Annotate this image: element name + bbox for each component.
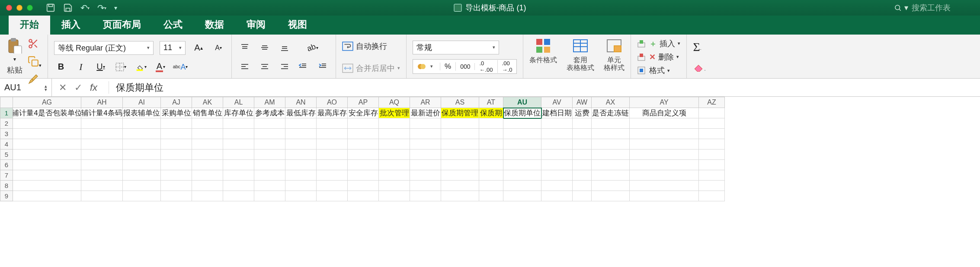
tab-6[interactable]: 视图: [277, 15, 318, 35]
cell-AV9[interactable]: [541, 191, 573, 201]
column-header-AK[interactable]: AK: [192, 97, 223, 108]
borders-button[interactable]: ▾: [114, 60, 128, 73]
cell-AO2[interactable]: [317, 118, 348, 129]
cell-AU3[interactable]: [503, 129, 541, 139]
cell-AS3[interactable]: [441, 129, 479, 139]
cell-AN8[interactable]: [285, 181, 317, 191]
cell-AU4[interactable]: [503, 139, 541, 149]
cell-AV8[interactable]: [541, 181, 573, 191]
cell-AT3[interactable]: [479, 129, 503, 139]
column-header-AU[interactable]: AU: [503, 97, 541, 108]
cell-AQ9[interactable]: [379, 191, 410, 201]
cell-AG5[interactable]: [13, 149, 81, 160]
paste-button[interactable]: ▾ 粘贴: [6, 37, 23, 77]
cell-AO6[interactable]: [317, 160, 348, 170]
row-header-8[interactable]: 8: [0, 181, 13, 191]
cell-AT8[interactable]: [479, 181, 503, 191]
cell-AV4[interactable]: [541, 139, 573, 149]
cell-AT9[interactable]: [479, 191, 503, 201]
cell-AH9[interactable]: [81, 191, 123, 201]
cell-AO8[interactable]: [317, 181, 348, 191]
accounting-format-button[interactable]: ▾: [413, 63, 440, 70]
align-left-button[interactable]: [238, 60, 252, 73]
row-header-2[interactable]: 2: [0, 118, 13, 129]
redo-button[interactable]: ↷▾: [97, 3, 106, 13]
cell-AP1[interactable]: 安全库存: [348, 108, 379, 118]
comma-format-button[interactable]: 000: [456, 63, 475, 70]
cell-AJ1[interactable]: 采购单位: [161, 108, 192, 118]
cell-AZ2[interactable]: [699, 118, 725, 129]
sheet-search-input[interactable]: [912, 3, 972, 13]
autosum-button[interactable]: Σ·: [693, 40, 705, 54]
delete-cells-button[interactable]: ✕ 删除▾: [637, 51, 680, 62]
cell-AO9[interactable]: [317, 191, 348, 201]
cell-AY4[interactable]: [630, 139, 699, 149]
sheet-search[interactable]: ▾: [894, 3, 980, 13]
increase-indent-button[interactable]: [316, 60, 330, 73]
column-header-AT[interactable]: AT: [479, 97, 503, 108]
cell-AY7[interactable]: [630, 170, 699, 181]
cell-AS2[interactable]: [441, 118, 479, 129]
underline-button[interactable]: U▾: [94, 60, 108, 73]
cell-AY5[interactable]: [630, 149, 699, 160]
autosave-icon[interactable]: [46, 3, 55, 13]
cell-AY3[interactable]: [630, 129, 699, 139]
cell-AI7[interactable]: [123, 170, 161, 181]
cell-AR2[interactable]: [410, 118, 441, 129]
cell-AL2[interactable]: [223, 118, 254, 129]
cell-AJ9[interactable]: [161, 191, 192, 201]
insert-cells-button[interactable]: ＋ 插入▾: [637, 38, 680, 49]
cell-AX2[interactable]: [592, 118, 630, 129]
cell-AM4[interactable]: [254, 139, 285, 149]
cell-AP9[interactable]: [348, 191, 379, 201]
save-icon[interactable]: [63, 3, 73, 13]
cell-AS1[interactable]: 保质期管理: [441, 108, 479, 118]
cell-AG9[interactable]: [13, 191, 81, 201]
cell-AG8[interactable]: [13, 181, 81, 191]
cell-AZ1[interactable]: [699, 108, 725, 118]
cell-AM8[interactable]: [254, 181, 285, 191]
cell-AV3[interactable]: [541, 129, 573, 139]
cell-AX5[interactable]: [592, 149, 630, 160]
align-center-button[interactable]: [258, 60, 272, 73]
cell-AP7[interactable]: [348, 170, 379, 181]
cell-AX1[interactable]: 是否走冻链: [592, 108, 630, 118]
cell-AV7[interactable]: [541, 170, 573, 181]
cell-AU8[interactable]: [503, 181, 541, 191]
cell-AS7[interactable]: [441, 170, 479, 181]
cell-AK3[interactable]: [192, 129, 223, 139]
cell-AR9[interactable]: [410, 191, 441, 201]
formula-input[interactable]: 保质期单位: [113, 81, 163, 94]
cell-AO7[interactable]: [317, 170, 348, 181]
column-header-AZ[interactable]: AZ: [699, 97, 725, 108]
column-header-AJ[interactable]: AJ: [161, 97, 192, 108]
cell-AS5[interactable]: [441, 149, 479, 160]
fx-button[interactable]: fx: [90, 82, 97, 93]
cell-AK7[interactable]: [192, 170, 223, 181]
cell-AI6[interactable]: [123, 160, 161, 170]
cell-AM5[interactable]: [254, 149, 285, 160]
cell-AX3[interactable]: [592, 129, 630, 139]
qat-customize-button[interactable]: ▾: [114, 3, 124, 13]
cell-AG2[interactable]: [13, 118, 81, 129]
cell-AL7[interactable]: [223, 170, 254, 181]
minimize-window-button[interactable]: [16, 5, 22, 11]
cell-AX4[interactable]: [592, 139, 630, 149]
cell-AJ3[interactable]: [161, 129, 192, 139]
cell-AH8[interactable]: [81, 181, 123, 191]
cell-AG6[interactable]: [13, 160, 81, 170]
cell-AT1[interactable]: 保质期: [479, 108, 503, 118]
column-header-AP[interactable]: AP: [348, 97, 379, 108]
cell-AL5[interactable]: [223, 149, 254, 160]
cell-AY2[interactable]: [630, 118, 699, 129]
cell-AS8[interactable]: [441, 181, 479, 191]
row-header-7[interactable]: 7: [0, 170, 13, 181]
row-header-9[interactable]: 9: [0, 191, 13, 201]
cell-AH5[interactable]: [81, 149, 123, 160]
cell-AN2[interactable]: [285, 118, 317, 129]
namebox-stepper[interactable]: ▴▾: [45, 84, 47, 91]
cell-AI1[interactable]: 报表辅单位: [123, 108, 161, 118]
conditional-format-button[interactable]: 条件格式: [529, 37, 557, 64]
column-header-AN[interactable]: AN: [285, 97, 317, 108]
cell-AJ5[interactable]: [161, 149, 192, 160]
